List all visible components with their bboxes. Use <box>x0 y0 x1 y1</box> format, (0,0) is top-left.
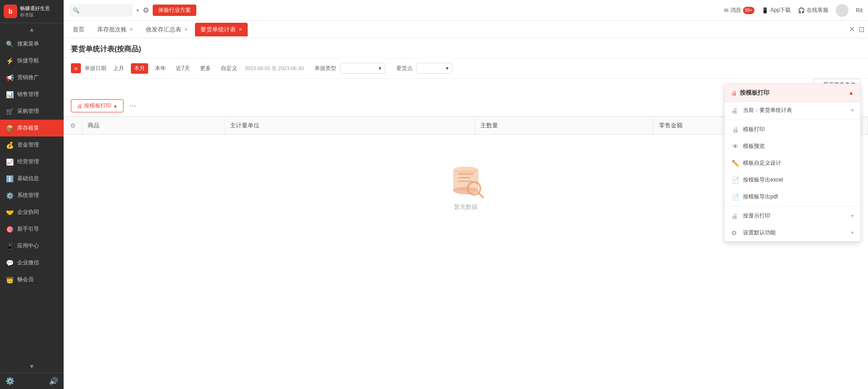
sidebar-item-app-center[interactable]: 📱 应用中心 <box>0 237 64 254</box>
messages-badge: 99+ <box>743 7 754 14</box>
date-filter-label: 单据日期 <box>85 65 106 72</box>
tab-window-controls: ✕ ⊡ <box>849 25 864 34</box>
sidebar-item-members[interactable]: 👑 畅会员 <box>0 271 64 288</box>
sidebar-item-search-menu[interactable]: 🔍 搜索菜单 <box>0 35 64 52</box>
sidebar-scroll-up[interactable]: ▲ <box>0 23 64 35</box>
col-unit: 主计量单位 <box>224 117 475 135</box>
messages-item[interactable]: ✉ 消息 99+ <box>724 6 754 14</box>
purchase-icon: 🛒 <box>5 108 14 115</box>
industry-btn[interactable]: 体验行业方案 <box>153 5 196 16</box>
divider2 <box>725 206 860 207</box>
date-btn-custom[interactable]: 自定义 <box>218 63 240 74</box>
tab-receive-summary[interactable]: 收发存汇总表 ✕ <box>140 23 193 36</box>
filter-expand-btn[interactable]: » <box>71 63 81 73</box>
date-btn-last-month[interactable]: 上月 <box>110 63 127 74</box>
settings-icon[interactable]: ⚙️ <box>5 377 15 385</box>
operations-icon: 📈 <box>5 158 14 166</box>
template-export-excel-item[interactable]: 📄 按模板导出excel <box>725 172 860 188</box>
sidebar-item-enterprise[interactable]: 🤝 企业协同 <box>0 204 64 221</box>
template-print-icon: 🖨 <box>731 126 739 133</box>
svg-rect-3 <box>458 173 474 175</box>
sidebar-item-enterprise-wechat[interactable]: 💬 企业微信 <box>0 254 64 271</box>
printer-header-icon: 🖨 <box>731 90 737 96</box>
avatar[interactable] <box>836 4 848 17</box>
yaohuodian-label: 要货点 <box>396 65 413 72</box>
yaohuodian-select[interactable]: ▾ <box>416 63 453 74</box>
empty-text: 暂无数据 <box>454 203 478 211</box>
topbar-chevron-icon[interactable]: ▾ <box>136 7 139 14</box>
page-title: 要货单统计表(按商品) <box>71 45 141 53</box>
sidebar-item-label: 企业微信 <box>17 259 39 267</box>
sidebar-item-quick-nav[interactable]: ⚡ 快捷导航 <box>0 52 64 69</box>
tab-home-label: 首页 <box>73 25 85 34</box>
toolbar-more-icon[interactable]: ⋯ <box>127 100 138 112</box>
sidebar-scroll-down[interactable]: ▼ <box>0 360 64 373</box>
online-support-item[interactable]: 🎧 在线客服 <box>798 6 828 14</box>
sidebar-item-label: 企业协同 <box>17 208 39 216</box>
table-settings-icon[interactable]: ⚙ <box>70 122 76 129</box>
page-content: 要货单统计表(按商品) » 单据日期 上月 本月 本年 近7天 更多 自定义 2… <box>64 38 868 389</box>
set-default-chevron: ▾ <box>851 230 854 236</box>
sidebar-item-new-guide[interactable]: 🎯 新手引导 <box>0 221 64 237</box>
type-filter-select[interactable]: ▾ <box>340 63 385 74</box>
sidebar-item-inventory[interactable]: 📦 库存核算 <box>0 120 64 136</box>
topbar-search-box[interactable]: 🔍 <box>69 4 133 17</box>
volume-icon[interactable]: 🔊 <box>49 377 58 385</box>
tab-home[interactable]: 首页 <box>67 23 90 36</box>
current-template-chevron: ▾ <box>851 107 854 113</box>
sidebar-item-label: 营销推广 <box>17 74 39 81</box>
topbar-gear-icon[interactable]: ⚙ <box>143 6 149 15</box>
sidebar-item-sales[interactable]: 📊 销售管理 <box>0 86 64 103</box>
template-print-item[interactable]: 🖨 模板打印 <box>725 121 860 138</box>
set-default-item[interactable]: ⚙ 设置默认功能 ▾ <box>725 224 860 241</box>
tab-inventory-batch-close[interactable]: ✕ <box>130 27 133 32</box>
sidebar-item-label: 系统管理 <box>17 192 39 199</box>
search-input[interactable] <box>81 7 127 14</box>
print-template-label: 按模板打印 <box>84 102 111 110</box>
print-dropdown-chevron: ▲ <box>113 103 118 108</box>
sidebar-item-basic-info[interactable]: ℹ️ 基础信息 <box>0 170 64 187</box>
sidebar-item-purchase[interactable]: 🛒 采购管理 <box>0 103 64 120</box>
svg-rect-4 <box>458 177 470 178</box>
tab-order-stats-close[interactable]: ✕ <box>239 27 242 32</box>
tab-order-stats[interactable]: 要货单统计表 ✕ <box>195 23 248 36</box>
svg-point-8 <box>470 185 474 188</box>
window-close-btn[interactable]: ✕ <box>849 25 855 34</box>
printer-icon: 🖨 <box>77 103 82 109</box>
window-maximize-btn[interactable]: ⊡ <box>858 25 864 34</box>
date-btn-more[interactable]: 更多 <box>197 63 214 74</box>
template-custom-icon: ✏️ <box>731 160 739 167</box>
sidebar-item-finance[interactable]: 💰 资金管理 <box>0 136 64 153</box>
print-dropdown-header: 🖨 按模板打印 ▲ <box>725 84 860 102</box>
logo-text: 畅赚通好生意 标准版 <box>20 5 50 17</box>
current-icon: 🖨 <box>731 107 739 114</box>
app-download-item[interactable]: 📱 App下载 <box>762 6 791 14</box>
system-icon: ⚙️ <box>5 192 14 199</box>
sidebar-item-system[interactable]: ⚙️ 系统管理 <box>0 187 64 204</box>
print-template-btn[interactable]: 🖨 按模板打印 ▲ <box>71 99 124 112</box>
display-print-item[interactable]: 🖨 按显示打印 ▾ <box>725 207 860 224</box>
print-dropdown-title: 按模板打印 <box>740 89 846 97</box>
current-template-item[interactable]: 🖨 当前：要货单统计表 ▾ <box>725 102 860 119</box>
sidebar-item-marketing[interactable]: 📢 营销推广 <box>0 69 64 86</box>
sidebar-item-operations[interactable]: 📈 经营管理 <box>0 153 64 170</box>
tab-inventory-batch-label: 库存批次账 <box>97 25 127 34</box>
date-btn-7days[interactable]: 近7天 <box>173 63 193 74</box>
template-custom-item[interactable]: ✏️ 模板自定义设计 <box>725 155 860 172</box>
main-area: 🔍 ▾ ⚙ 体验行业方案 ✉ 消息 99+ 📱 App下载 🎧 在线客服 Rit <box>64 0 868 389</box>
template-preview-item[interactable]: 👁 模板预览 <box>725 138 860 155</box>
enterprise-wechat-icon: 💬 <box>5 259 14 267</box>
search-icon: 🔍 <box>73 7 80 14</box>
tab-receive-summary-close[interactable]: ✕ <box>184 27 188 32</box>
date-btn-this-month[interactable]: 本月 <box>131 63 148 74</box>
display-print-chevron: ▾ <box>851 213 854 219</box>
display-print-label: 按显示打印 <box>743 212 770 220</box>
dropdown-close-chevron[interactable]: ▲ <box>848 90 854 96</box>
tab-inventory-batch[interactable]: 库存批次账 ✕ <box>92 23 139 36</box>
set-default-icon: ⚙ <box>731 229 739 237</box>
sidebar-item-label: 畅会员 <box>17 276 34 283</box>
date-btn-this-year[interactable]: 本年 <box>152 63 169 74</box>
template-export-pdf-item[interactable]: 📄 按模板导出pdf <box>725 188 860 205</box>
tab-receive-summary-label: 收发存汇总表 <box>146 25 181 34</box>
col-settings: ⚙ <box>64 117 82 135</box>
